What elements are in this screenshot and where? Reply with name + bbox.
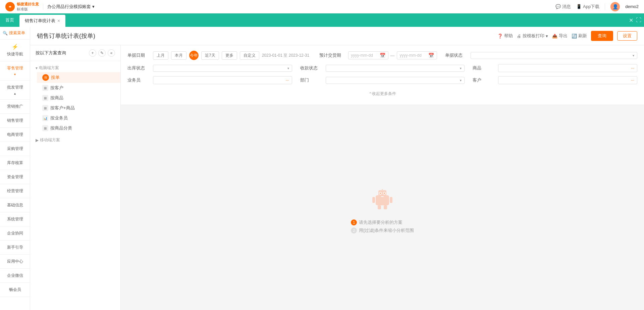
salesman-select[interactable]: ··· xyxy=(153,76,292,84)
tree-item-by-salesman[interactable]: 📊 按业务员 xyxy=(37,113,120,123)
avatar: 👤 xyxy=(610,2,620,11)
export-icon: 📤 xyxy=(552,34,557,39)
app-selector[interactable]: 办公用品行业模拟账套 ▾ xyxy=(43,4,95,10)
page-title: 销售订单统计表(按单) xyxy=(37,32,95,40)
sidebar-item-wechat[interactable]: 企业微信 xyxy=(0,269,30,283)
tree-item-by-product[interactable]: ⊞ 按商品 xyxy=(37,93,120,103)
sidebar-item-system[interactable]: 系统管理 xyxy=(0,212,30,226)
refresh-icon: 🔄 xyxy=(572,34,577,39)
more-icon[interactable]: ··· xyxy=(631,78,634,83)
query-button[interactable]: 查询 xyxy=(591,31,613,41)
date-start-input[interactable]: yyyy-mm-dd 📅 xyxy=(348,51,388,59)
sidebar-item-marketing[interactable]: 营销推广 xyxy=(0,100,30,114)
sidebar-item-member[interactable]: 畅会员 xyxy=(0,283,30,297)
date-btn-more[interactable]: 更多 xyxy=(222,51,237,60)
tree-item-by-order[interactable]: 按 按单 xyxy=(37,72,120,83)
download-icon: 📱 xyxy=(576,4,582,9)
tree-section-mobile-title: ▶ 移动端方案 xyxy=(30,136,120,144)
doc-status-select[interactable]: ▾ xyxy=(471,52,638,59)
svg-point-5 xyxy=(380,193,381,194)
chevron-down-icon: ▾ xyxy=(287,66,289,70)
left-panel-actions: + ✎ « xyxy=(89,49,115,57)
date-end-input[interactable]: yyyy-mm-dd 📅 xyxy=(397,51,437,59)
page-header: 销售订单统计表(按单) ❓ 帮助 🖨 按模板打印 ▾ 📤 导出 🔄 刷新 xyxy=(30,27,644,45)
tree-item-by-cust-prod[interactable]: ⊞ 按客户+商品 xyxy=(37,103,120,113)
sidebar-item-enterprise[interactable]: 企业协同 xyxy=(0,226,30,241)
close-window-icon[interactable]: ✕ xyxy=(629,17,633,23)
setting-button[interactable]: 设置 xyxy=(617,31,637,41)
print-button[interactable]: 🖨 按模板打印 ▾ xyxy=(517,33,548,39)
top-bar-right: 💬 消息 📱 App下载 👤 demo2 xyxy=(555,2,639,11)
sidebar-item-operations[interactable]: 经营管理 xyxy=(0,184,30,198)
top-bar-left: 畅捷通好生意 标准版 办公用品行业模拟账套 ▾ xyxy=(5,2,95,11)
dept-select[interactable]: ▾ xyxy=(326,77,465,84)
user-name: demo2 xyxy=(625,4,639,9)
chevron-up-icon: ▴ xyxy=(14,92,16,95)
sidebar-item-shortcut[interactable]: ⚡ 快捷导航 xyxy=(0,40,30,61)
tab-home[interactable]: 首页 xyxy=(0,13,19,27)
main-layout: 🔍 搜索菜单 ⚡ 快捷导航 零售管理 ▾ 批发管理 ▴ 营销推广 销售管理 电商… xyxy=(0,27,644,310)
customer-label: 客户 xyxy=(473,77,493,83)
empty-hint-1: 1 请先选择要分析的方案 xyxy=(351,219,414,225)
more-icon[interactable]: ··· xyxy=(631,66,634,70)
chevron-down-icon: ▾ xyxy=(460,66,462,70)
sidebar-item-wholesale[interactable]: 批发管理 ▴ xyxy=(0,81,30,100)
date-input-group-start: yyyy-mm-dd 📅 — yyyy-mm-dd 📅 xyxy=(348,51,437,59)
left-panel: 按以下方案查询 + ✎ « ▾ xyxy=(30,45,121,310)
sidebar-search[interactable]: 🔍 搜索菜单 xyxy=(0,27,30,40)
export-button[interactable]: 📤 导出 xyxy=(552,33,568,39)
tree-item-by-customer[interactable]: ⊞ 按客户 xyxy=(37,83,120,93)
sidebar-item-finance[interactable]: 资金管理 xyxy=(0,170,30,184)
close-icon[interactable]: × xyxy=(57,18,60,23)
date-btn-last-month[interactable]: 上月 xyxy=(153,51,168,60)
tab-sales-order-stats[interactable]: 销售订单统计表 × xyxy=(19,15,65,27)
chevron-right-icon: ▶ xyxy=(36,138,39,143)
hint-num-2: 2 xyxy=(351,227,357,234)
by-salesman-icon: 📊 xyxy=(42,115,48,121)
sidebar-item-basic[interactable]: 基础信息 xyxy=(0,198,30,212)
sidebar-item-retail[interactable]: 零售管理 ▾ xyxy=(0,61,30,81)
add-scheme-button[interactable]: + xyxy=(89,49,96,57)
collect-status-select[interactable]: ▾ xyxy=(326,65,465,72)
content-area: 销售订单统计表(按单) ❓ 帮助 🖨 按模板打印 ▾ 📤 导出 🔄 刷新 xyxy=(30,27,644,310)
divider xyxy=(605,3,605,10)
goods-select[interactable]: ··· xyxy=(498,64,637,72)
edit-scheme-button[interactable]: ✎ xyxy=(98,49,106,57)
sidebar-item-newguide[interactable]: 新手引导 xyxy=(0,241,30,255)
sidebar-item-inventory[interactable]: 库存核算 xyxy=(0,156,30,170)
date-btn-this-month[interactable]: 本月 xyxy=(171,51,186,60)
collect-status-label: 收款状态 xyxy=(300,65,320,71)
calendar-icon: 📅 xyxy=(380,53,385,58)
ship-status-select[interactable]: ▾ xyxy=(153,65,292,72)
search-icon: 🔍 xyxy=(3,31,8,36)
date-btn-this-year[interactable]: 今年 xyxy=(189,51,199,60)
svg-rect-11 xyxy=(378,205,381,209)
help-button[interactable]: ❓ 帮助 xyxy=(497,33,513,39)
inner-layout: 按以下方案查询 + ✎ « ▾ xyxy=(30,45,644,310)
maximize-icon[interactable]: ⛶ xyxy=(636,17,641,23)
sidebar-item-purchase[interactable]: 采购管理 xyxy=(0,142,30,156)
date-btn-7days[interactable]: 近7天 xyxy=(201,51,219,60)
collapse-panel-button[interactable]: « xyxy=(108,49,115,57)
salesman-label: 业务员 xyxy=(127,77,148,83)
filter-row-2: 出库状态 ▾ 收款状态 ▾ 商品 ··· xyxy=(127,64,637,72)
collapse-icon: « xyxy=(110,51,113,55)
date-btn-custom[interactable]: 自定义 xyxy=(240,51,259,60)
sidebar-item-ecommerce[interactable]: 电商管理 xyxy=(0,128,30,142)
sidebar-item-sales[interactable]: 销售管理 xyxy=(0,114,30,128)
message-button[interactable]: 💬 消息 xyxy=(555,4,571,10)
by-cust-prod-icon: ⊞ xyxy=(42,105,48,111)
app-download-button[interactable]: 📱 App下载 xyxy=(576,4,599,10)
edit-icon: ✎ xyxy=(100,51,104,55)
refresh-button[interactable]: 🔄 刷新 xyxy=(572,33,587,39)
left-panel-header: 按以下方案查询 + ✎ « xyxy=(30,45,120,61)
tree-item-by-category[interactable]: ⊞ 按商品分类 xyxy=(37,123,120,133)
tree-section-desktop: ▾ 电脑端方案 按 按单 ⊞ xyxy=(30,61,120,147)
more-icon[interactable]: ··· xyxy=(286,78,289,83)
collapse-button[interactable]: ⌃ 收起更多条件 xyxy=(127,88,637,99)
customer-select[interactable]: ··· xyxy=(498,76,637,84)
tab-bar: 首页 销售订单统计表 × ✕ ⛶ xyxy=(0,13,644,27)
calendar-icon-end: 📅 xyxy=(428,53,434,58)
dept-label: 部门 xyxy=(300,77,320,83)
sidebar-item-appcenter[interactable]: 应用中心 xyxy=(0,255,30,269)
